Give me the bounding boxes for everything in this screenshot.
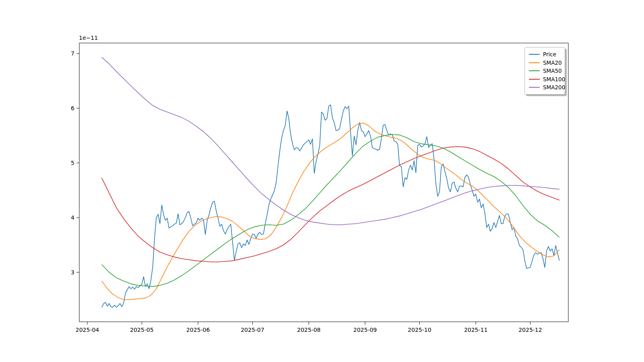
y-tick-label: 5 [71, 160, 74, 166]
series-line-price [102, 105, 559, 307]
series-line-sma200 [102, 58, 559, 225]
x-tick-label: 2025-12 [518, 327, 542, 333]
plot-frame [79, 43, 568, 322]
legend-label-sma200: SMA200 [543, 84, 565, 90]
legend-item-sma200: SMA200 [529, 83, 561, 92]
x-tick-label: 2025-11 [464, 327, 488, 333]
legend-item-price: Price [529, 50, 561, 59]
x-tick-label: 2025-07 [241, 327, 264, 333]
y-tick-label: 6 [71, 105, 74, 111]
x-tick-label: 2025-05 [130, 327, 154, 333]
series-line-sma100 [102, 146, 559, 262]
legend-label-sma100: SMA100 [543, 76, 565, 82]
y-tick-label: 3 [71, 269, 74, 276]
sma50-line-swatch [529, 70, 540, 71]
x-tick-label: 2025-10 [408, 327, 431, 333]
y-tick-label: 7 [71, 50, 74, 57]
legend-item-sma20: SMA20 [529, 59, 561, 67]
x-tick-label: 2025-09 [353, 327, 377, 333]
legend-label-sma20: SMA20 [543, 60, 562, 66]
y-axis-offset-label: 1e−11 [79, 35, 98, 41]
y-tick-label: 4 [71, 214, 74, 221]
legend-item-sma50: SMA50 [529, 67, 561, 75]
x-tick-label: 2025-04 [76, 327, 99, 333]
x-tick-label: 2025-06 [186, 327, 210, 333]
sma200-line-swatch [529, 87, 540, 88]
sma100-line-swatch [529, 79, 540, 80]
sma20-line-swatch [529, 62, 540, 63]
legend: Price SMA20 SMA50 SMA100 SMA200 [524, 47, 565, 95]
series-line-sma20 [102, 123, 559, 300]
legend-item-sma100: SMA100 [529, 75, 561, 84]
price-line-swatch [529, 54, 540, 55]
chart-figure: 345672025-042025-052025-062025-072025-08… [0, 0, 644, 362]
legend-label-sma50: SMA50 [543, 68, 562, 74]
legend-label-price: Price [543, 51, 556, 58]
x-tick-label: 2025-08 [297, 327, 321, 333]
